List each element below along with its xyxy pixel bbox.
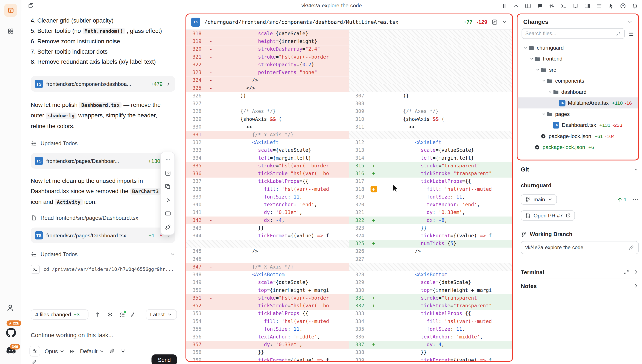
- panel-left-icon[interactable]: [524, 2, 531, 9]
- tree-list-icon[interactable]: [628, 30, 634, 37]
- workspace-tab-active[interactable]: [4, 4, 17, 17]
- chevron-down-icon[interactable]: [535, 68, 540, 72]
- git-header[interactable]: Git: [521, 164, 639, 175]
- open-pr-button[interactable]: Open PR #7: [521, 210, 575, 221]
- chevron-right-icon[interactable]: [633, 269, 639, 275]
- panel-right-icon[interactable]: [584, 2, 590, 9]
- read-file-row[interactable]: Read frontend/src/pages/Dashboard.tsx: [31, 215, 175, 221]
- search-box[interactable]: [521, 28, 625, 39]
- tree-item-src[interactable]: src: [517, 64, 638, 75]
- chevron-down-icon[interactable]: [529, 56, 534, 61]
- settings-sliders-button[interactable]: [30, 346, 40, 356]
- tree-item-package-lock.json[interactable]: package-lock.json+61-104: [517, 130, 638, 142]
- pause-icon[interactable]: [501, 2, 507, 9]
- terminal-icon[interactable]: [560, 2, 567, 9]
- copy-icon[interactable]: [163, 182, 173, 192]
- additions-count: +130: [148, 158, 160, 164]
- commits-ahead: 1: [617, 196, 626, 202]
- terminal-section-header[interactable]: Terminal: [521, 265, 639, 279]
- chevron-down-icon[interactable]: [170, 252, 175, 257]
- assistant-list-item: 4. Cleaner grid (subtler opacity): [31, 16, 166, 26]
- branch-row: main 1: [521, 194, 639, 205]
- diff-old-line: 355 fontSize: 11,: [186, 325, 349, 333]
- notes-section-header[interactable]: Notes: [521, 279, 639, 293]
- chevron-down-icon[interactable]: [541, 112, 547, 116]
- tree-item-dashboard[interactable]: dashboard: [517, 86, 638, 97]
- fork-icon[interactable]: [120, 348, 126, 354]
- diff-new-line: 316+ tickStroke="transparent": [349, 170, 512, 178]
- working-branch-field[interactable]: vk/4e2a-explore-the-code: [521, 241, 639, 254]
- attach-icon[interactable]: [109, 348, 116, 354]
- chevron-down-icon[interactable]: [541, 78, 547, 83]
- edit-selection-icon[interactable]: [163, 168, 173, 178]
- diff-view-toggle-icon[interactable]: [491, 19, 498, 25]
- diff-new-line: 320 textAnchor: 'end',: [349, 201, 512, 208]
- todo-list-icon[interactable]: [119, 312, 125, 318]
- terminal-command-row[interactable]: cd /private/var/folders/10/h7w0q46556ggr…: [31, 265, 175, 274]
- files-changed-chip[interactable]: 4 files changed +3...: [31, 310, 89, 320]
- preview-icon[interactable]: [163, 209, 173, 219]
- add-comment-button[interactable]: +: [370, 186, 377, 192]
- updated-todos-row[interactable]: Updated Todos: [31, 251, 175, 258]
- edit-pencil-icon[interactable]: [628, 245, 634, 250]
- file-change-chip[interactable]: TS frontend/src/pages/Dashboar... +130 -…: [31, 153, 175, 168]
- diff-header: TS /churnguard/frontend/src/components/d…: [186, 14, 512, 30]
- collapse-icon[interactable]: [616, 31, 621, 36]
- chevron-down-icon[interactable]: [522, 46, 528, 50]
- changes-header[interactable]: Changes: [517, 14, 638, 28]
- chevron-down-icon[interactable]: [627, 19, 632, 24]
- file-tree: churnguardfrontendsrccomponentsdashboard…: [517, 42, 638, 153]
- monitor-icon[interactable]: [572, 2, 579, 9]
- tree-item-components[interactable]: components: [517, 75, 638, 86]
- document-icon: [31, 215, 37, 221]
- branch-dropdown[interactable]: main: [521, 194, 557, 205]
- more-actions-icon[interactable]: [632, 196, 639, 203]
- updated-todos-row[interactable]: Updated Todos: [31, 140, 175, 146]
- grid-view-icon[interactable]: [7, 28, 14, 34]
- file-change-chip[interactable]: TS frontend/src/pages/Dashboard.tsx +1 -…: [31, 228, 175, 243]
- tabs-icon[interactable]: [28, 2, 34, 8]
- search-files-input[interactable]: [525, 31, 613, 36]
- diff-new-line: 334 fill: 'hsl(var(--muted: [349, 318, 512, 325]
- chevron-right-icon[interactable]: [633, 283, 639, 289]
- notifications-icon[interactable]: [631, 2, 638, 9]
- chevron-down-icon[interactable]: [547, 90, 553, 94]
- run-icon[interactable]: [163, 195, 173, 205]
- model-dropdown[interactable]: Opus: [45, 348, 65, 354]
- arrow-up-icon[interactable]: [95, 312, 101, 318]
- menu-icon[interactable]: [596, 2, 602, 9]
- diff-row: 345 />326 />: [186, 248, 512, 256]
- chat-bubble-icon[interactable]: [536, 2, 543, 9]
- compare-icon[interactable]: [163, 222, 173, 232]
- account-icon[interactable]: [6, 304, 15, 312]
- tree-item-dashboard.tsx[interactable]: TSDashboard.tsx+131-233: [517, 120, 638, 130]
- chevron-down-icon[interactable]: [633, 167, 639, 172]
- expand-icon[interactable]: [623, 269, 629, 275]
- fast-forward-icon[interactable]: [69, 348, 76, 354]
- tree-item-multilinearea.tsx[interactable]: TSMultiLineArea.tsx+110-16: [517, 98, 638, 108]
- diff-row: 321- stroke="hsl(var(--border: [186, 53, 512, 61]
- folder-icon: [547, 78, 553, 84]
- tree-item-churnguard[interactable]: churnguard: [517, 42, 638, 53]
- mode-dropdown[interactable]: Default: [80, 348, 104, 354]
- pull-request-icon: [525, 212, 531, 219]
- cursor-pointer-icon[interactable]: [608, 2, 614, 9]
- collapse-up-icon[interactable]: [512, 2, 519, 9]
- ahead-count: 1: [623, 196, 626, 202]
- drag-handle[interactable]: [163, 155, 173, 164]
- tree-item-pages[interactable]: pages: [517, 108, 638, 119]
- pen-icon[interactable]: [30, 359, 37, 364]
- tree-item-package-lock.json[interactable]: package-lock.json+6: [517, 142, 638, 152]
- git-compare-icon[interactable]: [548, 2, 555, 9]
- chat-input[interactable]: Continue working on this task...: [31, 332, 177, 338]
- tree-item-frontend[interactable]: frontend: [517, 53, 638, 64]
- github-icon[interactable]: [6, 328, 16, 338]
- help-icon[interactable]: ?: [619, 2, 626, 9]
- send-button[interactable]: Send: [152, 354, 177, 364]
- deletions-count: -233: [612, 122, 622, 128]
- latest-dropdown[interactable]: Latest: [146, 310, 177, 320]
- chevron-down-icon[interactable]: [502, 19, 507, 25]
- asterisk-icon[interactable]: [107, 312, 113, 318]
- file-change-chip[interactable]: TS frontend/src/components/dashboa... +4…: [31, 76, 175, 92]
- diff-new-line: 319 fontSize: 11,: [349, 193, 512, 201]
